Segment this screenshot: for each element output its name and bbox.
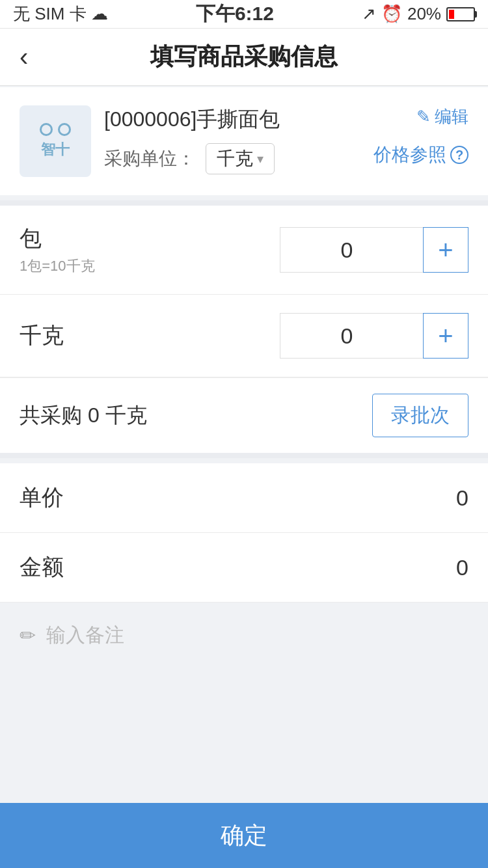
section-divider-1 xyxy=(0,200,488,206)
back-button[interactable]: ‹ xyxy=(20,42,59,72)
product-thumbnail: 智十 xyxy=(20,105,91,177)
product-info: [0000006]手撕面包 采购单位： 千克 ▾ xyxy=(104,105,360,174)
no-sim-text: 无 SIM 卡 ☁ xyxy=(13,3,108,25)
product-logo: 智十 xyxy=(29,115,81,167)
batch-record-button[interactable]: 录批次 xyxy=(372,394,468,437)
status-time: 下午6:12 xyxy=(196,1,274,27)
unit-value: 千克 xyxy=(217,146,253,171)
owl-text: 智十 xyxy=(41,140,70,159)
bao-quantity-input[interactable] xyxy=(280,227,423,273)
owl-eye-right xyxy=(58,123,71,136)
bao-label-sub: 1包=10千克 xyxy=(20,256,124,276)
kg-label: 千克 xyxy=(20,321,124,351)
bao-label-main: 包 xyxy=(20,224,124,254)
unit-label: 采购单位： xyxy=(104,146,195,171)
kg-quantity-input[interactable] xyxy=(280,313,423,359)
unit-dropdown-arrow: ▾ xyxy=(257,151,264,167)
confirm-button-label: 确定 xyxy=(221,820,267,852)
bao-input-control: + xyxy=(124,227,468,273)
bao-plus-button[interactable]: + xyxy=(423,227,468,273)
kg-plus-button[interactable]: + xyxy=(423,313,468,359)
kg-label-main: 千克 xyxy=(20,321,124,351)
unit-price-value: 0 xyxy=(456,485,468,511)
price-ref-label: 价格参照 xyxy=(373,142,446,167)
nav-bar: ‹ 填写商品采购信息 xyxy=(0,29,488,86)
battery-icon xyxy=(446,7,475,21)
unit-price-label: 单价 xyxy=(20,483,64,513)
edit-button[interactable]: ✎ 编辑 xyxy=(416,105,468,128)
input-section: 包 1包=10千克 + 千克 + 共采购 0 千克 录批次 xyxy=(0,206,488,453)
unit-price-row: 单价 0 xyxy=(0,463,488,533)
status-bar: 无 SIM 卡 ☁ 下午6:12 ↗ ⏰ 20% xyxy=(0,0,488,29)
confirm-button[interactable]: 确定 xyxy=(0,803,488,868)
location-icon: ↗ xyxy=(362,4,376,24)
product-right-col: ✎ 编辑 价格参照 ? xyxy=(373,105,468,167)
product-unit-row: 采购单位： 千克 ▾ xyxy=(104,143,360,174)
page-title: 填写商品采购信息 xyxy=(59,41,429,73)
pencil-icon: ✏ xyxy=(20,624,36,647)
quantity-bao-row: 包 1包=10千克 + xyxy=(0,206,488,295)
edit-icon: ✎ xyxy=(416,107,431,127)
remark-placeholder: 输入备注 xyxy=(46,622,124,649)
owl-eye-left xyxy=(40,123,53,136)
product-name: [0000006]手撕面包 xyxy=(104,105,360,134)
edit-label: 编辑 xyxy=(435,105,468,128)
kg-input-control: + xyxy=(124,313,468,359)
unit-select[interactable]: 千克 ▾ xyxy=(206,143,275,174)
quantity-kg-row: 千克 + xyxy=(0,295,488,377)
summary-text: 共采购 0 千克 xyxy=(20,401,147,430)
bao-label: 包 1包=10千克 xyxy=(20,224,124,276)
owl-eyes xyxy=(40,123,71,136)
section-divider-2 xyxy=(0,453,488,458)
status-right: ↗ ⏰ 20% xyxy=(362,4,475,24)
summary-row: 共采购 0 千克 录批次 xyxy=(0,377,488,453)
alarm-icon: ⏰ xyxy=(381,4,402,24)
amount-row: 金额 0 xyxy=(0,533,488,603)
price-amount-section: 单价 0 金额 0 xyxy=(0,463,488,603)
status-left: 无 SIM 卡 ☁ xyxy=(13,3,108,25)
help-icon: ? xyxy=(450,146,468,164)
price-reference-button[interactable]: 价格参照 ? xyxy=(373,142,468,167)
battery-text: 20% xyxy=(407,4,441,24)
remark-area[interactable]: ✏ 输入备注 xyxy=(0,604,488,667)
product-card: 智十 [0000006]手撕面包 采购单位： 千克 ▾ ✎ 编辑 价格参照 ? xyxy=(0,87,488,200)
amount-label: 金额 xyxy=(20,552,64,582)
amount-value: 0 xyxy=(456,555,468,580)
